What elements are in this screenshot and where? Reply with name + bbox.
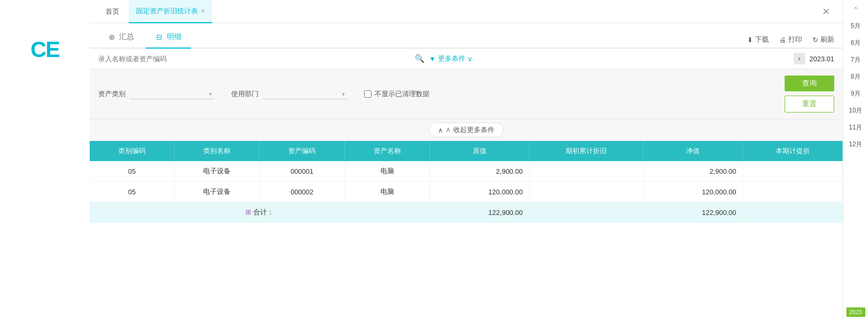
- tab-detail[interactable]: ⊟ 明细: [146, 26, 191, 49]
- window-close-button[interactable]: ✕: [818, 4, 834, 20]
- cell-accumulated-dep: [529, 182, 643, 202]
- asset-category-field: 资产类别: [98, 89, 214, 99]
- main-table: 类别编码 类别名称 资产编码 资产名称 原值 期初累计折旧 净值 本期计提折 0…: [90, 141, 843, 223]
- total-original-value: 122,900.00: [430, 202, 529, 223]
- hide-cleared-wrap: 不显示已清理数据: [364, 89, 430, 99]
- year-badge: 2023: [846, 307, 865, 317]
- asset-category-select[interactable]: [130, 89, 214, 99]
- search-input[interactable]: [98, 55, 411, 63]
- filter-actions: 查询 重置: [785, 76, 834, 112]
- toolbar-actions: ⬇ 下载 🖨 打印 ↻ 刷新: [747, 35, 834, 48]
- refresh-label: 刷新: [821, 35, 834, 44]
- cell-asset-code: 000001: [260, 161, 345, 182]
- active-tab-label: 固定资产折旧统计表: [136, 6, 198, 16]
- col-header-original-value: 原值: [430, 141, 529, 161]
- department-label: 使用部门: [231, 89, 259, 99]
- month-item[interactable]: 6月: [845, 34, 866, 51]
- cell-category-code: 05: [90, 161, 174, 182]
- cell-category-name: 电子设备: [174, 182, 259, 202]
- right-panel: ⌃ 5月6月7月8月9月10月11月12月 2023: [843, 0, 868, 319]
- refresh-button[interactable]: ↻ 刷新: [813, 35, 834, 44]
- col-header-category-name: 类别名称: [174, 141, 259, 161]
- download-button[interactable]: ⬇ 下载: [747, 35, 769, 44]
- search-bar: 🔍 ▼ 更多条件 ∨ › 2023.01: [90, 49, 843, 69]
- department-select[interactable]: [263, 89, 347, 99]
- logo-area: CE: [0, 0, 90, 319]
- list-icon: ⊟: [155, 33, 164, 41]
- tab-detail-label: 明细: [167, 32, 182, 42]
- tab-summary[interactable]: ⊛ 汇总: [98, 26, 144, 49]
- cell-net-value: 2,900.00: [643, 161, 743, 182]
- nav-tab-close-icon[interactable]: ×: [201, 7, 205, 15]
- cell-asset-name: 电脑: [345, 182, 430, 202]
- download-label: 下载: [755, 35, 769, 44]
- table-row: 05 电子设备 000001 电脑 2,900.00 2,900.00: [90, 161, 843, 182]
- cell-period-dep: [743, 161, 843, 182]
- refresh-icon: ↻: [813, 36, 818, 44]
- month-item[interactable]: 5月: [845, 17, 866, 34]
- search-icon[interactable]: 🔍: [415, 54, 425, 63]
- month-item[interactable]: 8月: [845, 68, 866, 85]
- table-wrap: 类别编码 类别名称 资产编码 资产名称 原值 期初累计折旧 净值 本期计提折 0…: [90, 141, 843, 319]
- tab-summary-label: 汇总: [119, 32, 134, 42]
- print-label: 打印: [788, 35, 802, 44]
- total-label-cell: ⊞合计：: [90, 202, 430, 223]
- date-value: 2023.01: [809, 55, 834, 63]
- table-row: 05 电子设备 000002 电脑 120,000.00 120,000.00: [90, 182, 843, 202]
- cell-original-value: 2,900.00: [430, 161, 529, 182]
- cell-original-value: 120,000.00: [430, 182, 529, 202]
- total-accumulated-dep: [529, 202, 643, 223]
- total-net-value: 122,900.00: [643, 202, 743, 223]
- month-item[interactable]: 9月: [845, 85, 866, 102]
- filter-icon: ▼: [429, 55, 436, 63]
- col-header-period-dep: 本期计提折: [743, 141, 843, 161]
- tab-bar: ⊛ 汇总 ⊟ 明细 ⬇ 下载 🖨 打印 ↻ 刷新: [90, 23, 843, 49]
- cell-period-dep: [743, 182, 843, 202]
- more-conditions-button[interactable]: ▼ 更多条件 ∨: [429, 54, 473, 63]
- top-nav: 首页 固定资产折旧统计表 × ✕: [90, 0, 843, 23]
- month-item[interactable]: 7月: [845, 51, 866, 68]
- collapse-label: ∧ 收起更多条件: [445, 125, 494, 135]
- hide-cleared-label: 不显示已清理数据: [375, 89, 430, 99]
- logo: CE: [21, 32, 69, 68]
- collapse-icon: ∧: [438, 126, 443, 134]
- cell-asset-code: 000002: [260, 182, 345, 202]
- total-period-dep: [743, 202, 843, 223]
- reset-button[interactable]: 重置: [785, 96, 834, 112]
- col-header-accumulated-dep: 期初累计折旧: [529, 141, 643, 161]
- download-icon: ⬇: [747, 36, 753, 44]
- col-header-category-code: 类别编码: [90, 141, 174, 161]
- cell-category-name: 电子设备: [174, 161, 259, 182]
- main-area: 首页 固定资产折旧统计表 × ✕ ⊛ 汇总 ⊟ 明细 ⬇ 下载 🖨 打印: [90, 0, 843, 319]
- col-header-net-value: 净值: [643, 141, 743, 161]
- nav-tab-active[interactable]: 固定资产折旧统计表 ×: [129, 0, 212, 23]
- filter-row: 资产类别 使用部门 不显示已清理数据 查询 重置: [90, 69, 843, 119]
- month-item[interactable]: 11月: [845, 119, 866, 136]
- print-icon: 🖨: [779, 36, 786, 44]
- query-button[interactable]: 查询: [785, 76, 834, 91]
- total-icon: ⊞: [245, 208, 251, 216]
- date-nav-arrow[interactable]: ›: [794, 53, 805, 64]
- month-item[interactable]: 12月: [845, 136, 866, 153]
- scroll-up-button[interactable]: ⌃: [851, 4, 860, 16]
- cell-accumulated-dep: [529, 161, 643, 182]
- nav-tab-home[interactable]: 首页: [98, 0, 127, 23]
- layers-icon: ⊛: [108, 33, 116, 41]
- table-header-row: 类别编码 类别名称 资产编码 资产名称 原值 期初累计折旧 净值 本期计提折: [90, 141, 843, 161]
- table-total-row: ⊞合计： 122,900.00 122,900.00: [90, 202, 843, 223]
- collapse-row: ∧ ∧ 收起更多条件: [90, 119, 843, 141]
- more-conditions-label: 更多条件: [438, 54, 465, 63]
- col-header-asset-code: 资产编码: [260, 141, 345, 161]
- collapse-button[interactable]: ∧ ∧ 收起更多条件: [429, 123, 503, 137]
- cell-net-value: 120,000.00: [643, 182, 743, 202]
- chevron-down-icon: ∨: [468, 55, 473, 63]
- col-header-asset-name: 资产名称: [345, 141, 430, 161]
- cell-asset-name: 电脑: [345, 161, 430, 182]
- cell-category-code: 05: [90, 182, 174, 202]
- print-button[interactable]: 🖨 打印: [779, 35, 802, 44]
- department-field: 使用部门: [231, 89, 347, 99]
- asset-category-label: 资产类别: [98, 89, 126, 99]
- hide-cleared-checkbox[interactable]: [364, 90, 371, 98]
- month-item[interactable]: 10月: [845, 102, 866, 119]
